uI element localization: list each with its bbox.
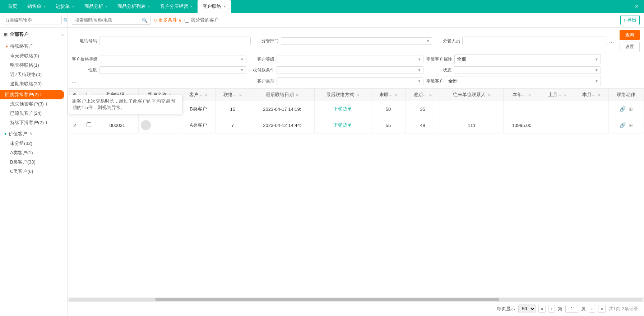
- sidebar-b-class[interactable]: B类客户(33): [0, 157, 67, 167]
- payment-select[interactable]: ▼: [277, 66, 424, 74]
- nature-select[interactable]: ▼: [99, 66, 246, 74]
- info-icon-3: ℹ: [46, 121, 47, 125]
- page-suffix: 页: [581, 306, 586, 312]
- sidebar-tomorrow-pending[interactable]: 明天待联络(1): [0, 61, 67, 70]
- row1-link-icon[interactable]: 🔗: [620, 106, 626, 112]
- close-sales-icon[interactable]: ×: [43, 4, 46, 9]
- sidebar-today-pending[interactable]: 今天待联络(0): [0, 51, 67, 61]
- row1-method-link[interactable]: 下销货单: [333, 106, 352, 112]
- more-conditions-btn[interactable]: ▽ 更多条件 ∧: [154, 17, 182, 23]
- row2-checkbox: [82, 117, 96, 133]
- filter-bar: 🔍 ▽ 更多条件 ∧ 我分管的客户 ↑ 导出: [68, 13, 644, 28]
- export-button[interactable]: ↑ 导出: [620, 15, 640, 25]
- page-input[interactable]: [565, 305, 578, 313]
- row2-last-method: 下销货单: [314, 117, 371, 133]
- sidebar-ungroup[interactable]: 未分组(32): [0, 139, 67, 148]
- sidebar-c-class[interactable]: C类客户(6): [0, 167, 67, 176]
- uncontacted-sort-icon: ⇅: [394, 93, 397, 97]
- contact-count-sort-icon: ⇅: [239, 93, 242, 97]
- row1-type: B类客户: [181, 101, 216, 117]
- sidebar-a-class[interactable]: A类客户(1): [0, 148, 67, 157]
- sidebar-declining[interactable]: 持续下滑客户(2) ℹ: [0, 118, 67, 127]
- horizontal-scrollbar[interactable]: [68, 297, 644, 301]
- main-layout: 🔍 ⊞ 全部客户 « ▼ 待联络客户 今天待联络(0) 明天待联络(1): [0, 13, 644, 316]
- my-customers-checkbox[interactable]: [185, 18, 189, 23]
- scroll-thumb[interactable]: [155, 298, 499, 301]
- close-all-tabs[interactable]: ×: [632, 3, 641, 10]
- price-grade-select[interactable]: ▼: [100, 56, 246, 63]
- close-purchase-icon[interactable]: ×: [72, 4, 74, 9]
- method-sort-icon: ⇅: [356, 93, 359, 97]
- filter-cell-customer-type: 客户类型 ▼: [249, 77, 424, 85]
- filter-cell-price-grade: 客户价格等级 ▼: [72, 56, 246, 63]
- query-button[interactable]: 查询: [620, 30, 640, 40]
- sidebar-tree: ⊞ 全部客户 « ▼ 待联络客户 今天待联络(0) 明天待联络(1) 近7天待联…: [0, 28, 67, 316]
- nav-customer-layered[interactable]: 客户分层经营 ×: [155, 0, 198, 13]
- nature-label: 性质: [72, 67, 97, 73]
- sidebar-pending-label[interactable]: ▼ 待联络客户: [0, 41, 67, 51]
- settings-button[interactable]: 设置: [620, 42, 640, 52]
- sidebar-collapse-icon[interactable]: «: [61, 32, 64, 37]
- edit-icon[interactable]: ✎: [29, 132, 33, 136]
- sidebar-value-label[interactable]: ▼ 价值客户 ✎: [0, 129, 67, 139]
- nav-purchase[interactable]: 进货单 ×: [51, 0, 79, 13]
- tree-root-all-customers[interactable]: ⊞ 全部客户 «: [0, 29, 67, 40]
- scatter-customer-select[interactable]: 全部 ▼: [446, 76, 601, 86]
- th-last-contact-date: 最后联络日期 ⇅: [250, 89, 315, 101]
- row1-grid-icon[interactable]: ⊞: [629, 106, 633, 112]
- next-page-btn[interactable]: ›: [589, 305, 595, 313]
- type-sort-icon: ⇅: [204, 93, 207, 97]
- close-product-analysis-list-icon[interactable]: ×: [148, 4, 150, 9]
- row1-action-icons: 🔗 ⊞: [611, 106, 641, 112]
- date-sort-icon: ⇅: [296, 93, 298, 97]
- expand-icon: ∧: [178, 18, 182, 23]
- search-input[interactable]: [75, 18, 142, 23]
- th-contact-person: 往来单位联系人 ⇅: [440, 89, 503, 101]
- customer-grade-select[interactable]: ▼: [277, 56, 424, 63]
- first-page-btn[interactable]: «: [538, 305, 546, 313]
- nav-product-analysis[interactable]: 商品分析 ×: [79, 0, 112, 13]
- per-page-select[interactable]: 50: [518, 305, 536, 313]
- phone-input[interactable]: [99, 37, 251, 45]
- content-area: 距客户上次交易时长，超过了此客户的平均交易周期的1.5倍，则视为异常。 🔍 ▽ …: [68, 13, 644, 316]
- search-icon[interactable]: 🔍: [142, 18, 148, 23]
- my-customers-filter: 我分管的客户: [185, 17, 219, 23]
- manager-dots[interactable]: ...: [609, 38, 614, 44]
- nav-home[interactable]: 首页: [3, 0, 22, 13]
- row2-last-date: 2023-04-12 14:44:: [250, 117, 315, 133]
- sidebar-week-pending[interactable]: 近7天待联络(0): [0, 70, 67, 79]
- sidebar-lost-actual[interactable]: 已流失客户(24): [0, 109, 67, 118]
- nature-arrow-icon: ▼: [240, 68, 244, 72]
- row2-actions: 🔗 ⊞: [608, 117, 644, 133]
- dept-select[interactable]: ▼: [281, 37, 432, 45]
- sidebar-lost-preview[interactable]: 流失预警客户(3) ℹ: [0, 99, 67, 109]
- nav-product-analysis-list[interactable]: 商品分析列表 ×: [112, 0, 155, 13]
- filter-row-4: ... 客户类型 ▼ 零散客户 全部 ▼: [72, 76, 640, 86]
- year-sort-icon: ⇅: [528, 93, 531, 97]
- phone-label: 电话号码: [72, 38, 97, 44]
- sidebar-search-input[interactable]: [3, 16, 62, 24]
- total-count: 共1页 2条记录: [608, 306, 638, 312]
- row2-grid-icon[interactable]: ⊞: [629, 122, 633, 128]
- nav-customer-contact[interactable]: 客户联络 ×: [198, 0, 231, 13]
- manager-input[interactable]: [462, 37, 607, 45]
- sidebar-overdue-uncontacted[interactable]: 逾期未联络(30): [0, 79, 67, 89]
- sidebar-repurchase-abnormal[interactable]: 回购异常客户(2) ℹ: [0, 90, 64, 99]
- th-action: 联络动作: [608, 89, 644, 101]
- customer-type-select[interactable]: ▼: [277, 77, 424, 85]
- close-customer-contact-icon[interactable]: ×: [223, 4, 226, 9]
- row4-dots[interactable]: ...: [72, 78, 77, 84]
- status-select[interactable]: ▼: [454, 66, 601, 74]
- nav-sales[interactable]: 销售单 ×: [22, 0, 51, 13]
- row2-link-icon[interactable]: 🔗: [620, 122, 626, 128]
- sidebar-search-icon[interactable]: 🔍: [63, 18, 68, 23]
- scatter-attr-select[interactable]: 全部 ▼: [454, 54, 601, 64]
- row2-select[interactable]: [87, 122, 91, 127]
- row2-method-link[interactable]: 下销货单: [333, 122, 352, 128]
- scatter-customer-arrow-icon: ▼: [595, 79, 598, 83]
- last-page-btn[interactable]: »: [598, 305, 606, 313]
- prev-page-btn[interactable]: ‹: [548, 305, 555, 313]
- row2-year: 10995.00: [504, 117, 540, 133]
- close-customer-layered-icon[interactable]: ×: [190, 4, 193, 9]
- close-product-analysis-icon[interactable]: ×: [105, 4, 107, 9]
